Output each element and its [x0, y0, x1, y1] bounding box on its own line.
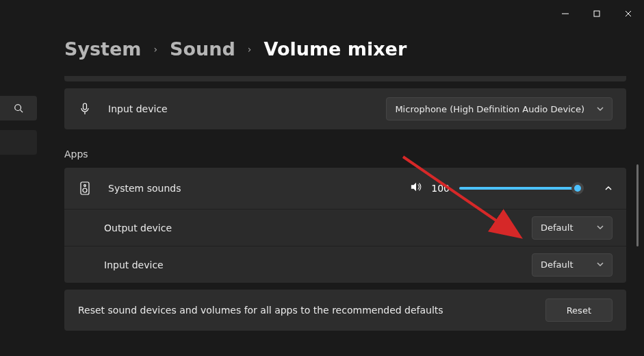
system-sounds-row[interactable]: System sounds 100	[64, 168, 626, 209]
sub-input-device-value: Default	[541, 259, 574, 270]
output-device-dropdown[interactable]: Default	[532, 216, 613, 240]
maximize-button[interactable]	[581, 5, 613, 22]
microphone-icon	[78, 103, 92, 115]
system-sounds-label: System sounds	[108, 183, 181, 194]
svg-point-4	[15, 105, 21, 111]
sub-input-device-label: Input device	[104, 259, 164, 270]
input-device-value: Microphone (High Definition Audio Device…	[395, 104, 584, 114]
volume-icon[interactable]	[411, 181, 422, 195]
input-device-dropdown[interactable]: Microphone (High Definition Audio Device…	[386, 97, 613, 120]
chevron-down-icon	[597, 259, 604, 270]
breadcrumb: System › Sound › Volume mixer	[64, 38, 626, 60]
svg-rect-1	[594, 11, 600, 16]
svg-line-5	[21, 110, 23, 113]
chevron-down-icon	[597, 104, 604, 114]
chevron-up-icon[interactable]	[604, 182, 613, 195]
svg-marker-11	[411, 183, 416, 191]
minimize-button[interactable]	[550, 5, 581, 22]
volume-value: 100	[431, 183, 450, 194]
nav-sidebar	[0, 96, 37, 155]
output-device-label: Output device	[104, 222, 172, 233]
window-titlebar	[0, 0, 644, 23]
slider-thumb[interactable]	[571, 182, 584, 194]
speaker-device-icon	[78, 181, 92, 195]
scrollbar-thumb[interactable]	[636, 164, 639, 246]
input-device-row[interactable]: Input device Microphone (High Definition…	[64, 88, 626, 129]
svg-rect-6	[83, 103, 87, 110]
svg-point-9	[84, 185, 86, 187]
chevron-right-icon: ›	[248, 44, 252, 55]
reset-row: Reset sound devices and volumes for all …	[64, 290, 626, 331]
sub-input-device-dropdown[interactable]: Default	[532, 253, 613, 277]
system-sounds-output-row: Output device Default	[64, 209, 626, 246]
partial-row-top	[64, 76, 626, 81]
breadcrumb-sound[interactable]: Sound	[170, 38, 235, 60]
search-button[interactable]	[0, 96, 37, 120]
chevron-right-icon: ›	[153, 44, 157, 55]
chevron-down-icon	[597, 222, 604, 233]
reset-description: Reset sound devices and volumes for all …	[78, 305, 443, 316]
svg-point-10	[83, 188, 87, 192]
output-device-value: Default	[541, 222, 574, 233]
reset-button[interactable]: Reset	[545, 298, 613, 322]
sidebar-item[interactable]	[0, 130, 37, 155]
input-device-label: Input device	[108, 103, 168, 114]
breadcrumb-current: Volume mixer	[263, 38, 407, 60]
apps-section-title: Apps	[64, 149, 626, 160]
system-sounds-input-row: Input device Default	[64, 246, 626, 283]
volume-slider[interactable]	[459, 181, 582, 195]
breadcrumb-system[interactable]: System	[64, 38, 141, 60]
close-button[interactable]	[613, 5, 644, 22]
